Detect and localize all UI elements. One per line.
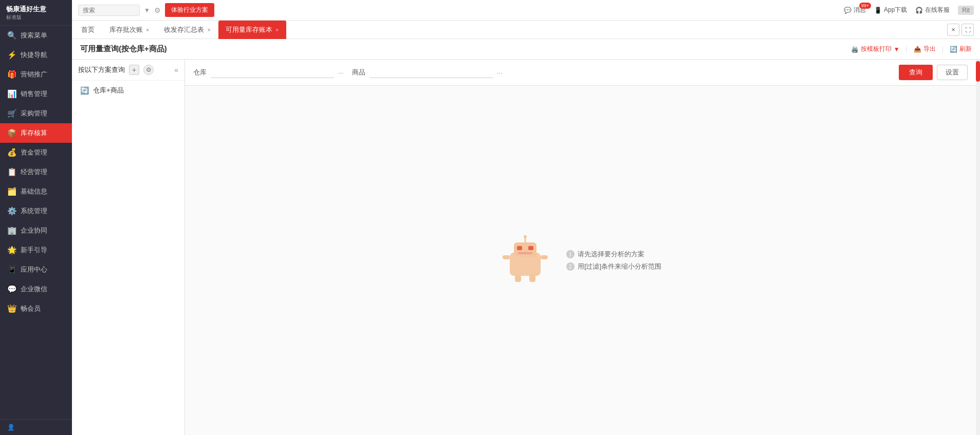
sidebar-item-sales[interactable]: 📊 销售管理 xyxy=(0,84,72,104)
column-settings-button[interactable]: 设置 xyxy=(937,65,968,80)
tabs-expand-button[interactable]: ⛶ xyxy=(961,24,974,36)
sidebar-item-label: 基础信息 xyxy=(21,187,47,196)
scheme-warehouse-goods[interactable]: 🔄 仓库+商品 xyxy=(72,81,184,100)
sidebar-item-label: 库存核算 xyxy=(21,128,47,138)
divider2: | xyxy=(942,46,944,53)
logo-title: 畅康通好生意 xyxy=(6,5,66,14)
tab-available-ledger-close-icon[interactable]: × xyxy=(275,27,279,33)
sidebar-item-label: 资金管理 xyxy=(21,148,47,157)
sidebar-item-system[interactable]: ⚙️ 系统管理 xyxy=(0,201,72,221)
gear-icon: ⚙️ xyxy=(7,206,16,216)
user-avatar[interactable]: Rit xyxy=(958,6,974,15)
svg-rect-8 xyxy=(541,255,548,259)
industry-solution-button[interactable]: 体验行业方案 xyxy=(165,3,214,17)
query-button[interactable]: 查询 xyxy=(899,65,933,80)
add-scheme-button[interactable]: + xyxy=(129,65,139,75)
tabs-bar: 首页 库存批次账 × 收发存汇总表 × 可用量库存账本 × × ⛶ xyxy=(72,21,980,39)
dropdown-arrow-icon[interactable]: ▼ xyxy=(144,7,150,14)
svg-rect-2 xyxy=(517,246,522,250)
online-service-button[interactable]: 🎧 在线客服 xyxy=(915,6,950,14)
scheme-label: 仓库+商品 xyxy=(93,86,124,95)
sidebar-item-newguide[interactable]: 🌟 新手引导 xyxy=(0,240,72,260)
tab-available-ledger[interactable]: 可用量库存账本 × xyxy=(218,21,286,39)
message-badge: 99+ xyxy=(859,3,871,9)
sidebar-item-label: 搜索菜单 xyxy=(21,31,47,40)
tab-available-ledger-label: 可用量库存账本 xyxy=(226,25,272,34)
settings-icon[interactable]: ⚙ xyxy=(154,6,161,14)
sidebar-item-inventory[interactable]: 📦 库存核算 xyxy=(0,123,72,143)
svg-rect-7 xyxy=(503,255,510,259)
sidebar-item-label: 畅会员 xyxy=(21,304,41,313)
collapse-panel-button[interactable]: « xyxy=(174,66,178,74)
tab-batch-ledger-close-icon[interactable]: × xyxy=(146,27,149,33)
sidebar-item-label: 销售管理 xyxy=(21,89,47,99)
sidebar-item-operations[interactable]: 📋 经营管理 xyxy=(0,162,72,182)
sidebar-item-label: 企业协同 xyxy=(21,226,47,235)
sidebar-item-purchase[interactable]: 🛒 采购管理 xyxy=(0,104,72,123)
divider1: | xyxy=(906,46,908,53)
search-input[interactable] xyxy=(78,5,140,16)
export-label: 导出 xyxy=(923,45,936,53)
clipboard-icon: 📋 xyxy=(7,167,16,177)
sidebar-item-search[interactable]: 🔍 搜索菜单 xyxy=(0,26,72,45)
goods-filter-input[interactable] xyxy=(369,67,493,78)
topbar: ▼ ⚙ 体验行业方案 💬 99+ 消息 📱 App下载 🎧 在线客服 Rit xyxy=(72,0,980,21)
tab-receipt-summary[interactable]: 收发存汇总表 × xyxy=(157,21,218,39)
sidebar-item-label: 经营管理 xyxy=(21,167,47,177)
scrollbar-thumb xyxy=(976,61,980,82)
sidebar-item-enterprise[interactable]: 🏢 企业协同 xyxy=(0,221,72,240)
hint-number-1: 1 xyxy=(566,250,575,258)
print-dropdown-icon[interactable]: ▼ xyxy=(894,46,900,53)
print-icon: 🖨️ xyxy=(851,46,859,53)
sidebar-bottom[interactable]: 👤 xyxy=(0,419,72,435)
flash-icon: ⚡ xyxy=(7,50,16,60)
sidebar-item-quicknav[interactable]: ⚡ 快捷导航 xyxy=(0,45,72,65)
warehouse-filter-input[interactable] xyxy=(211,67,334,78)
sidebar-scroll: 🔍 搜索菜单 ⚡ 快捷导航 🎁 营销推广 📊 销售管理 🛒 采购管理 📦 库存核… xyxy=(0,26,72,419)
sidebar-item-label: 快捷导航 xyxy=(21,50,47,60)
tab-receipt-summary-close-icon[interactable]: × xyxy=(207,27,210,33)
app-download-button[interactable]: 📱 App下载 xyxy=(874,6,907,14)
empty-state: 1 请先选择要分析的方案 2 用[过滤]条件来缩小分析范围 xyxy=(185,86,976,435)
refresh-label: 刷新 xyxy=(959,45,972,53)
scheme-settings-button[interactable]: ⚙ xyxy=(143,65,154,75)
svg-point-10 xyxy=(524,235,527,238)
sidebar-item-appcenter[interactable]: 📱 应用中心 xyxy=(0,260,72,279)
empty-text-area: 1 请先选择要分析的方案 2 用[过滤]条件来缩小分析范围 xyxy=(566,247,661,274)
folder-icon: 🗂️ xyxy=(7,187,16,196)
left-panel-header: 按以下方案查询 + ⚙ « xyxy=(72,60,184,81)
page-actions: 🖨️ 按模板打印 ▼ | 📤 导出 | 🔄 刷新 xyxy=(851,45,972,53)
warehouse-more-button[interactable]: ··· xyxy=(338,69,344,77)
left-panel: 按以下方案查询 + ⚙ « 🔄 仓库+商品 xyxy=(72,60,185,435)
svg-rect-5 xyxy=(515,275,521,282)
chart-icon: 📊 xyxy=(7,89,16,99)
hint-text-1: 请先选择要分析的方案 xyxy=(578,250,644,259)
export-button[interactable]: 📤 导出 xyxy=(914,45,936,53)
vertical-scrollbar[interactable] xyxy=(976,60,980,435)
cart-icon: 🛒 xyxy=(7,109,16,118)
page-header: 可用量查询(按仓库+商品) 🖨️ 按模板打印 ▼ | 📤 导出 | 🔄 刷新 xyxy=(72,39,980,60)
svg-rect-6 xyxy=(529,275,535,282)
print-label: 按模板打印 xyxy=(861,45,892,53)
user-icon: 👤 xyxy=(7,424,15,431)
hint-text-2: 用[过滤]条件来缩小分析范围 xyxy=(578,262,661,271)
sidebar-item-label: 营销推广 xyxy=(21,70,47,79)
sidebar-item-marketing[interactable]: 🎁 营销推广 xyxy=(0,65,72,84)
sidebar-item-corpwechat[interactable]: 💬 企业微信 xyxy=(0,279,72,299)
goods-more-button[interactable]: ··· xyxy=(497,69,503,77)
refresh-icon: 🔄 xyxy=(950,46,957,53)
sidebar-item-finance[interactable]: 💰 资金管理 xyxy=(0,143,72,162)
tabs-close-all-button[interactable]: × xyxy=(947,24,959,36)
message-button[interactable]: 💬 99+ 消息 xyxy=(844,6,866,14)
main-area: ▼ ⚙ 体验行业方案 💬 99+ 消息 📱 App下载 🎧 在线客服 Rit 首… xyxy=(72,0,980,435)
refresh-button[interactable]: 🔄 刷新 xyxy=(950,45,972,53)
topbar-right: 💬 99+ 消息 📱 App下载 🎧 在线客服 Rit xyxy=(844,6,974,15)
sidebar-item-basic[interactable]: 🗂️ 基础信息 xyxy=(0,182,72,201)
tab-batch-ledger-label: 库存批次账 xyxy=(109,25,143,34)
export-icon: 📤 xyxy=(914,46,921,53)
tab-batch-ledger[interactable]: 库存批次账 × xyxy=(102,21,157,39)
page-title: 可用量查询(按仓库+商品) xyxy=(80,44,167,54)
tab-home[interactable]: 首页 xyxy=(74,21,102,39)
sidebar-item-member[interactable]: 👑 畅会员 xyxy=(0,299,72,318)
print-button[interactable]: 🖨️ 按模板打印 ▼ xyxy=(851,45,900,53)
